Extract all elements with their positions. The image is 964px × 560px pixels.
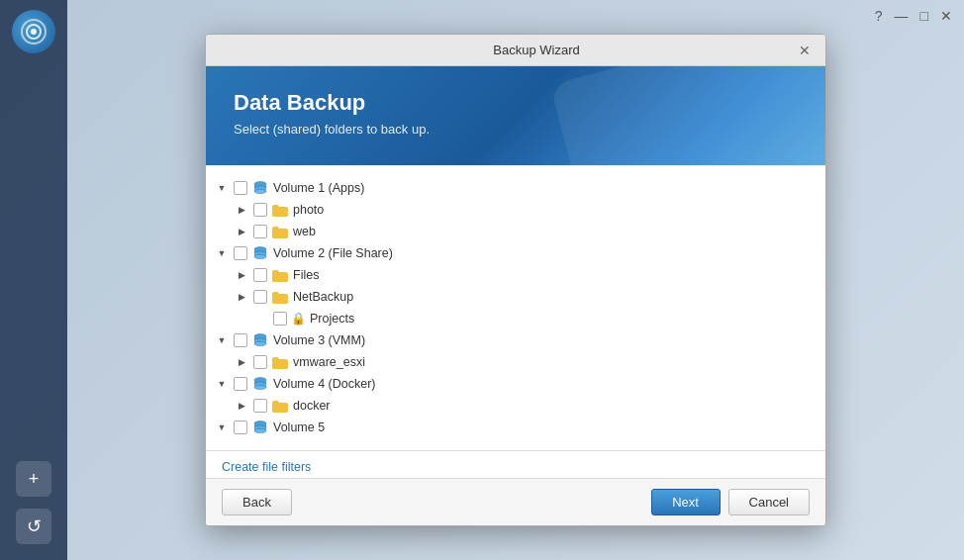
folder-icon-photo xyxy=(271,202,289,218)
svg-point-7 xyxy=(254,190,266,194)
app-logo-icon[interactable] xyxy=(12,10,55,53)
modal-overlay: Backup Wizard ✕ Data Backup Select (shar… xyxy=(67,0,964,560)
label-vol1: Volume 1 (Apps) xyxy=(273,181,364,195)
desktop: + ↺ ? — □ ✕ Backup Wizard ✕ Data Ba xyxy=(0,0,964,560)
label-netbackup: NetBackup xyxy=(293,290,353,304)
folder-icon-vmware xyxy=(271,354,289,370)
checkbox-docker[interactable] xyxy=(253,399,267,413)
tree-row-web: web xyxy=(206,221,825,242)
folder-tree: Volume 1 (Apps) photo xyxy=(206,165,825,451)
lock-icon-projects: 🔒 xyxy=(291,312,306,326)
footer-link-area: Create file filters xyxy=(206,451,825,478)
label-projects: Projects xyxy=(310,312,354,326)
modal-header: Data Backup Select (shared) folders to b… xyxy=(206,66,825,165)
toggle-files[interactable] xyxy=(234,267,249,283)
tree-row-projects: 🔒 Projects xyxy=(206,308,825,329)
taskbar-bottom: + ↺ xyxy=(0,461,67,560)
back-button[interactable]: Back xyxy=(222,489,292,515)
checkbox-netbackup[interactable] xyxy=(253,290,267,304)
backup-wizard-modal: Backup Wizard ✕ Data Backup Select (shar… xyxy=(205,34,826,526)
svg-point-12 xyxy=(254,255,266,259)
folder-icon-web xyxy=(271,224,289,239)
tree-row-vol3: Volume 3 (VMM) xyxy=(206,329,825,351)
checkbox-photo[interactable] xyxy=(253,203,267,217)
label-vol2: Volume 2 (File Share) xyxy=(273,246,393,260)
folder-icon-docker xyxy=(271,398,289,414)
tree-row-vol4: Volume 4 (Docker) xyxy=(206,373,825,395)
svg-point-17 xyxy=(254,342,266,346)
label-vol5: Volume 5 xyxy=(273,420,325,434)
history-button[interactable]: ↺ xyxy=(16,509,51,544)
modal-title: Backup Wizard xyxy=(277,43,796,57)
tree-row-vmware: vmware_esxi xyxy=(206,351,825,373)
tree-row-vol2: Volume 2 (File Share) xyxy=(206,242,825,264)
tree-row-netbackup: NetBackup xyxy=(206,286,825,308)
label-docker: docker xyxy=(293,399,331,413)
tree-row-photo: photo xyxy=(206,199,825,221)
cancel-button[interactable]: Cancel xyxy=(728,489,810,515)
create-file-filters-link[interactable]: Create file filters xyxy=(222,460,311,474)
label-photo: photo xyxy=(293,203,324,217)
toggle-vol1[interactable] xyxy=(214,180,230,196)
modal-titlebar: Backup Wizard ✕ xyxy=(206,35,825,66)
tree-row-vol5: Volume 5 xyxy=(206,417,825,438)
modal-close-button[interactable]: ✕ xyxy=(796,42,814,59)
toggle-vmware[interactable] xyxy=(234,354,249,370)
label-web: web xyxy=(293,225,316,238)
tree-row-docker: docker xyxy=(206,395,825,417)
checkbox-vol3[interactable] xyxy=(234,333,247,347)
db-icon-vol4 xyxy=(251,376,269,392)
folder-icon-files xyxy=(271,267,289,283)
checkbox-vol4[interactable] xyxy=(234,377,247,391)
footer-right-buttons: Next Cancel xyxy=(651,489,810,515)
checkbox-projects[interactable] xyxy=(273,312,287,326)
checkbox-vmware[interactable] xyxy=(253,355,267,369)
toggle-vol5[interactable] xyxy=(214,420,230,435)
svg-point-2 xyxy=(31,29,37,35)
modal-footer: Back Next Cancel xyxy=(206,478,825,525)
toggle-photo[interactable] xyxy=(234,202,249,218)
checkbox-vol2[interactable] xyxy=(234,246,247,260)
next-button[interactable]: Next xyxy=(651,489,721,515)
toggle-web[interactable] xyxy=(234,224,249,239)
toggle-vol3[interactable] xyxy=(214,332,230,348)
tree-row-files: Files xyxy=(206,264,825,286)
checkbox-web[interactable] xyxy=(253,225,267,238)
checkbox-files[interactable] xyxy=(253,268,267,282)
svg-point-22 xyxy=(254,386,266,390)
folder-icon-netbackup xyxy=(271,289,289,305)
label-vmware: vmware_esxi xyxy=(293,355,365,369)
checkbox-vol1[interactable] xyxy=(234,181,247,195)
taskbar: + ↺ xyxy=(0,0,67,560)
db-icon-vol3 xyxy=(251,332,269,348)
checkbox-vol5[interactable] xyxy=(234,420,247,434)
tree-row-vol1: Volume 1 (Apps) xyxy=(206,177,825,199)
db-icon-vol2 xyxy=(251,245,269,261)
toggle-docker[interactable] xyxy=(234,398,249,414)
svg-point-27 xyxy=(254,429,266,433)
toggle-vol2[interactable] xyxy=(214,245,230,261)
add-button[interactable]: + xyxy=(16,461,51,497)
label-files: Files xyxy=(293,268,319,282)
toggle-netbackup[interactable] xyxy=(234,289,249,305)
label-vol4: Volume 4 (Docker) xyxy=(273,377,376,391)
toggle-vol4[interactable] xyxy=(214,376,230,392)
db-icon-vol1 xyxy=(251,180,269,196)
db-icon-vol5 xyxy=(251,420,269,435)
label-vol3: Volume 3 (VMM) xyxy=(273,333,365,347)
header-title: Data Backup xyxy=(234,90,798,116)
header-subtitle: Select (shared) folders to back up. xyxy=(234,122,798,137)
